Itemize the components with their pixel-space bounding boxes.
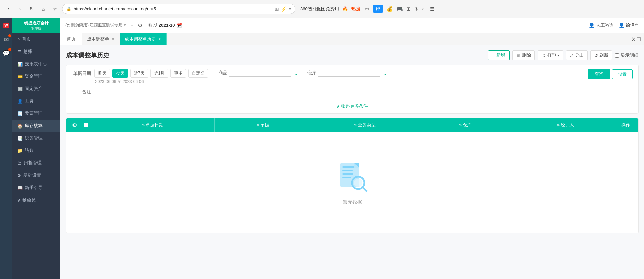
tab-cost-adjust-label: 成本调整单 (87, 36, 109, 42)
calendar-icon[interactable]: 📅 (176, 23, 182, 28)
new-button[interactable]: + 新增 (488, 50, 510, 60)
refresh-button[interactable]: ↺ 刷新 (590, 50, 612, 60)
window-maximize-icon[interactable]: □ (637, 36, 641, 42)
show-cols-checkbox-label[interactable]: 显示明细 (615, 52, 639, 58)
sort-icon-warehouse[interactable]: ⇅ (459, 123, 462, 127)
date-btn-7days[interactable]: 近7天 (130, 69, 148, 78)
date-btn-more[interactable]: 更多 (170, 69, 186, 78)
sidebar-item-invoice[interactable]: 🧾 发票管理 (12, 107, 60, 120)
ledger-menu-icon: ☰ (17, 49, 21, 54)
show-cols-checkbox[interactable] (615, 53, 619, 58)
undo-button[interactable]: ↩ (422, 6, 427, 12)
date-btn-today[interactable]: 今天 (112, 69, 128, 78)
service-btn[interactable]: 👤 人工咨询 (589, 22, 614, 29)
date-btn-yesterday[interactable]: 昨天 (94, 69, 110, 78)
inventory-menu-label: 库存核算 (25, 123, 43, 129)
sidebar-item-settings[interactable]: ⚙ 基础设置 (12, 169, 60, 181)
print-label: 打印 (547, 52, 556, 58)
warehouse-label: 仓库 (307, 70, 316, 76)
date-btn-1month[interactable]: 近1月 (150, 69, 169, 78)
sort-icon-biz[interactable]: ⇅ (354, 123, 357, 127)
back-button[interactable]: ‹ (3, 4, 13, 14)
sidebar-item-closing[interactable]: 📁 结账 (12, 144, 60, 157)
delete-button[interactable]: 🗑 删除 (512, 50, 535, 60)
window-close-icon[interactable]: ✕ (631, 36, 636, 43)
forward-button[interactable]: › (15, 4, 25, 14)
date-btn-custom[interactable]: 自定义 (188, 69, 208, 78)
sort-icon-date[interactable]: ⇅ (142, 123, 145, 127)
collapse-up-icon: ∧ (337, 104, 340, 109)
sidebar-item-inventory[interactable]: 🏠 库存核算 (12, 120, 60, 132)
table-gear-icon[interactable]: ⚙ (72, 122, 77, 129)
fixed-assets-menu-label: 固定资产 (25, 86, 43, 92)
note-input[interactable] (94, 88, 184, 96)
query-button[interactable]: 查询 (588, 69, 610, 79)
export-icon: ↗ (570, 53, 574, 58)
menu-button[interactable]: ☰ (430, 6, 434, 12)
service-label: 人工咨询 (596, 22, 614, 29)
tab-home[interactable]: 首页 (60, 33, 82, 45)
refresh-label: 刷新 (599, 52, 608, 58)
gamepad-button[interactable]: 🎮 (396, 6, 403, 12)
sidebar-item-guide[interactable]: 📖 新手引导 (12, 181, 60, 194)
print-button[interactable]: 🖨 打印 ▾ (538, 50, 563, 60)
sidebar-item-vip[interactable]: V 畅会员 (12, 194, 60, 206)
tab-cost-adjust-history[interactable]: 成本调整单历史 ✕ (120, 33, 167, 45)
sidebar-item-reports[interactable]: 📊 云报表中心 (12, 58, 60, 70)
table-select-all-checkbox[interactable] (84, 123, 88, 127)
sidebar-icon-chat[interactable]: 💬 (0, 47, 12, 59)
tab-cost-adjust-history-close[interactable]: ✕ (158, 37, 161, 42)
app-wrapper: W ✉ 💬 畅捷通好会计 旗舰版 ⌂ 首页 ☰ 总账 📊 (0, 18, 644, 279)
add-company-button[interactable]: + (130, 22, 133, 29)
sort-icon-number[interactable]: ⇅ (257, 123, 259, 127)
vip-menu-label: 畅会员 (22, 197, 36, 203)
table-header: ⚙ ⇅ 单据日期 ⇅ 单据... ⇅ 业务类型 (66, 118, 638, 132)
export-button[interactable]: ↗ 导出 (566, 50, 588, 60)
sidebar-icon-weibo[interactable]: W (0, 19, 12, 32)
user-name-btn[interactable]: 👤 徐泽华 (619, 22, 639, 29)
warehouse-input[interactable] (318, 69, 380, 77)
company-settings-button[interactable]: ⚙ (138, 22, 142, 29)
scissors-tool-button[interactable]: ✂ (365, 6, 370, 12)
collapse-button[interactable]: ∧ 收起更多条件 (337, 103, 368, 109)
translate-button[interactable]: 译 (373, 5, 383, 13)
home-button[interactable]: ⌂ (38, 4, 48, 14)
warehouse-ellipsis[interactable]: ... (382, 70, 386, 76)
browser-tool-group: ✂ 译 💰 🎮 ⊞ ☀ ↩ ☰ (365, 5, 434, 13)
wallet-button[interactable]: 💰 (386, 6, 393, 12)
th-date: ⇅ 单据日期 (91, 118, 215, 132)
table-checkbox-cell (81, 123, 91, 127)
filter-note-row: 备注 (72, 88, 633, 96)
sidebar-icon-message[interactable]: ✉ (0, 33, 12, 45)
refresh-button[interactable]: ↻ (27, 4, 36, 14)
commodity-input[interactable] (229, 69, 291, 77)
funds-menu-label: 资金管理 (25, 73, 43, 79)
th-ops-label: 操作 (621, 122, 630, 128)
sort-icon-handler[interactable]: ⇅ (557, 123, 560, 127)
reports-menu-icon: 📊 (17, 62, 23, 67)
sidebar-item-fixed-assets[interactable]: 🏢 固定资产 (12, 82, 60, 95)
tab-cost-adjust-close[interactable]: ✕ (111, 37, 115, 42)
sidebar-item-funds[interactable]: 💳 资金管理 (12, 70, 60, 82)
note-label: 备注 (72, 89, 91, 95)
address-bar[interactable]: 🔒 https://cloud.chanjet.com/accounting/u… (62, 4, 295, 14)
company-selector[interactable]: (勿删勿禁用) 江西服宝测试专用 ▾ (65, 22, 126, 28)
sidebar-item-payroll[interactable]: 👤 工资 (12, 95, 60, 107)
sun-button[interactable]: ☀ (414, 6, 419, 12)
filter-date-row: 单据日期 昨天 今天 近7天 近1月 更多 自定义 2023-06-06 至 2… (72, 69, 633, 85)
search-label: 360智能抠图免费用 (300, 6, 339, 12)
sidebar-item-ledger[interactable]: ☰ 总账 (12, 45, 60, 58)
filter-settings-button[interactable]: 设置 (612, 69, 633, 79)
delete-icon: 🗑 (516, 53, 521, 58)
export-label: 导出 (575, 52, 584, 58)
apps-button[interactable]: ⊞ (406, 6, 411, 12)
commodity-ellipsis[interactable]: ... (293, 70, 297, 76)
guide-menu-icon: 📖 (17, 185, 23, 190)
sidebar-item-archive[interactable]: 🗂 归档管理 (12, 157, 60, 169)
th-warehouse-label: 仓库 (463, 122, 472, 128)
star-button[interactable]: ☆ (50, 4, 60, 14)
svg-rect-2 (342, 170, 353, 171)
sidebar-item-tax[interactable]: 📑 税务管理 (12, 132, 60, 144)
sidebar-item-home[interactable]: ⌂ 首页 (12, 33, 60, 45)
tab-cost-adjust[interactable]: 成本调整单 ✕ (82, 33, 120, 45)
